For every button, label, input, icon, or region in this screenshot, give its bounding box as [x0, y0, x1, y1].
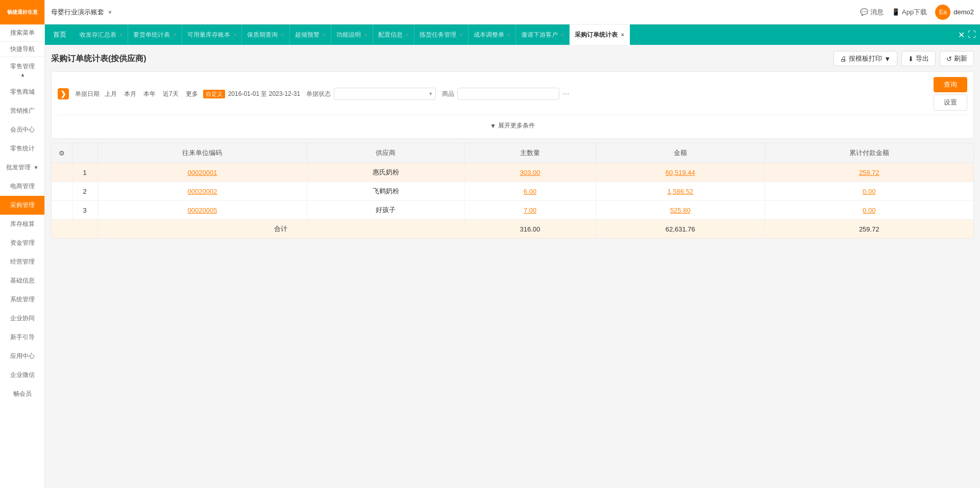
app-logo: 畅捷通好生意: [0, 0, 44, 24]
message-icon: 💬: [860, 8, 868, 16]
tab-expiry-query[interactable]: 保质期查询 ×: [242, 24, 289, 45]
tab-invite-downstream[interactable]: 邀请下游客户 ×: [516, 24, 570, 45]
td-quantity[interactable]: 303.00: [464, 163, 596, 182]
tab-close-icon[interactable]: ×: [281, 32, 284, 38]
date-this-year-btn[interactable]: 本年: [141, 89, 158, 99]
sidebar-item-purchase[interactable]: 采购管理: [0, 196, 44, 215]
tab-cost-adjust[interactable]: 成本调整单 ×: [469, 24, 516, 45]
td-paid[interactable]: 0.00: [765, 201, 973, 220]
purchase-order-table: ⚙ 往来单位编码 供应商 主数量 金额 累计付款金额 1 00020001 惠氏…: [52, 143, 973, 238]
goods-filter: 商品 ···: [442, 88, 569, 100]
tab-overstock-alert[interactable]: 超储预警 ×: [290, 24, 331, 45]
tab-available-stock[interactable]: 可用量库存账本 ×: [182, 24, 242, 45]
sidebar-item-enterprise[interactable]: 企业协同: [0, 309, 44, 328]
td-amount[interactable]: 60,519.44: [596, 163, 765, 182]
tab-label: 配置信息: [378, 31, 403, 39]
sidebar-item-ecommerce[interactable]: 电商管理: [0, 177, 44, 196]
collapse-filter-button[interactable]: ❯: [58, 88, 69, 99]
sidebar-item-label: 资金管理: [10, 239, 35, 247]
td-quantity[interactable]: 7.00: [464, 201, 596, 220]
sidebar-item-finance[interactable]: 资金管理: [0, 234, 44, 252]
sidebar-item-marketing[interactable]: 营销推广: [0, 101, 44, 120]
date-last7-btn[interactable]: 近7天: [161, 89, 181, 99]
expand-filter-btn[interactable]: ▼ 展开更多条件: [58, 118, 967, 133]
th-unit-code: 往来单位编码: [97, 143, 307, 163]
print-dropdown-icon: ▼: [884, 55, 891, 63]
tab-close-icon[interactable]: ×: [406, 32, 409, 38]
query-button[interactable]: 查询: [934, 77, 967, 92]
close-all-tabs-icon[interactable]: ✕: [958, 30, 965, 40]
status-select[interactable]: [334, 88, 436, 100]
sidebar-item-operation[interactable]: 经营管理: [0, 252, 44, 271]
chevron-right-icon: ❯: [60, 90, 66, 98]
sidebar-item-vip[interactable]: 畅会员: [0, 384, 44, 403]
sidebar-item-newbie[interactable]: 新手引导: [0, 328, 44, 347]
tab-close-icon[interactable]: ×: [561, 32, 564, 38]
table-row: 3 00020005 好孩子 7.00 525.80 0.00: [52, 201, 973, 220]
td-quantity[interactable]: 6.00: [464, 182, 596, 201]
sidebar-quicknav[interactable]: 快捷导航: [0, 42, 44, 57]
td-amount[interactable]: 525.80: [596, 201, 765, 220]
tab-close-icon[interactable]: ×: [233, 32, 236, 38]
tab-purchase-order-stats[interactable]: 采购订单统计表 ×: [570, 24, 629, 45]
date-this-month-btn[interactable]: 本月: [122, 89, 138, 99]
sidebar: 畅捷通好生意 搜索菜单 快捷导航 零售管理 ▲ 零售商城 营销推广 会员中心 零…: [0, 0, 45, 488]
user-menu[interactable]: Ea demo2: [935, 5, 974, 20]
sidebar-item-member[interactable]: 会员中心: [0, 120, 44, 139]
sidebar-item-label: 批发管理: [6, 163, 31, 172]
tab-close-icon[interactable]: ×: [621, 32, 624, 38]
workspace-selector[interactable]: 母婴行业演示账套 ▼: [51, 8, 153, 17]
tab-close-icon[interactable]: ×: [364, 32, 367, 38]
tab-close-icon[interactable]: ×: [459, 32, 462, 38]
maximize-icon[interactable]: ⛶: [968, 30, 976, 39]
message-btn[interactable]: 💬 消息: [860, 8, 884, 17]
filter-settings-button[interactable]: 设置: [934, 94, 967, 111]
td-settings: [52, 163, 72, 182]
date-filter: 单据日期 上月 本月 本年 近7天 更多 自定义 2016-01-01 至 20…: [75, 89, 300, 99]
sidebar-item-retail-stats[interactable]: 零售统计: [0, 139, 44, 158]
refresh-icon: ↺: [946, 55, 952, 63]
sidebar-item-basic-info[interactable]: 基础信息: [0, 271, 44, 290]
td-unit-code[interactable]: 00020001: [97, 163, 307, 182]
tab-function-desc[interactable]: 功能说明 ×: [331, 24, 373, 45]
td-rownum: 1: [72, 163, 97, 182]
tab-home[interactable]: 首页: [45, 24, 75, 45]
td-supplier: 好孩子: [307, 201, 464, 220]
print-button[interactable]: 🖨 按模板打印 ▼: [834, 51, 897, 66]
date-filter-label: 单据日期: [75, 90, 100, 98]
app-download-btn[interactable]: 📱 App下载: [892, 8, 927, 17]
refresh-button[interactable]: ↺ 刷新: [940, 51, 974, 66]
tab-purchase-stats[interactable]: 要货单统计表 ×: [128, 24, 182, 45]
sidebar-item-enterprise-wechat[interactable]: 企业微信: [0, 366, 44, 384]
sidebar-item-wholesale[interactable]: 批发管理 ▼: [0, 158, 44, 177]
chevron-down-icon: ▼: [34, 165, 39, 170]
goods-more-icon[interactable]: ···: [562, 89, 569, 98]
tab-close-icon[interactable]: ×: [173, 32, 176, 38]
td-unit-code[interactable]: 00020005: [97, 201, 307, 220]
td-paid[interactable]: 259.72: [765, 163, 973, 182]
app-icon: 📱: [892, 8, 900, 16]
date-range-display[interactable]: 2016-01-01 至 2023-12-31: [228, 90, 300, 98]
sidebar-item-app-center[interactable]: 应用中心: [0, 347, 44, 366]
td-unit-code[interactable]: 00020002: [97, 182, 307, 201]
table-settings-icon[interactable]: ⚙: [59, 149, 65, 157]
td-paid[interactable]: 0.00: [765, 182, 973, 201]
tab-picking-task[interactable]: 拣货任务管理 ×: [414, 24, 468, 45]
export-button[interactable]: ⬇ 导出: [901, 51, 936, 66]
sidebar-item-retail-management[interactable]: 零售管理 ▲: [0, 57, 44, 83]
sidebar-item-sys-manage[interactable]: 系统管理: [0, 290, 44, 309]
sidebar-item-retail-mall[interactable]: 零售商城: [0, 83, 44, 101]
tab-receive-summary[interactable]: 收发存汇总表 ×: [75, 24, 128, 45]
goods-input[interactable]: [457, 88, 559, 100]
td-amount[interactable]: 1,586.52: [596, 182, 765, 201]
tab-close-icon[interactable]: ×: [323, 32, 326, 38]
sidebar-search[interactable]: 搜索菜单: [0, 24, 44, 42]
tab-close-icon[interactable]: ×: [119, 32, 122, 38]
tab-close-icon[interactable]: ×: [507, 32, 510, 38]
date-more-btn[interactable]: 更多: [184, 89, 200, 99]
th-settings[interactable]: ⚙: [52, 143, 72, 163]
tab-config-info[interactable]: 配置信息 ×: [373, 24, 414, 45]
date-last-month-btn[interactable]: 上月: [103, 89, 119, 99]
avatar: Ea: [935, 5, 950, 20]
sidebar-item-inventory[interactable]: 库存核算: [0, 215, 44, 234]
